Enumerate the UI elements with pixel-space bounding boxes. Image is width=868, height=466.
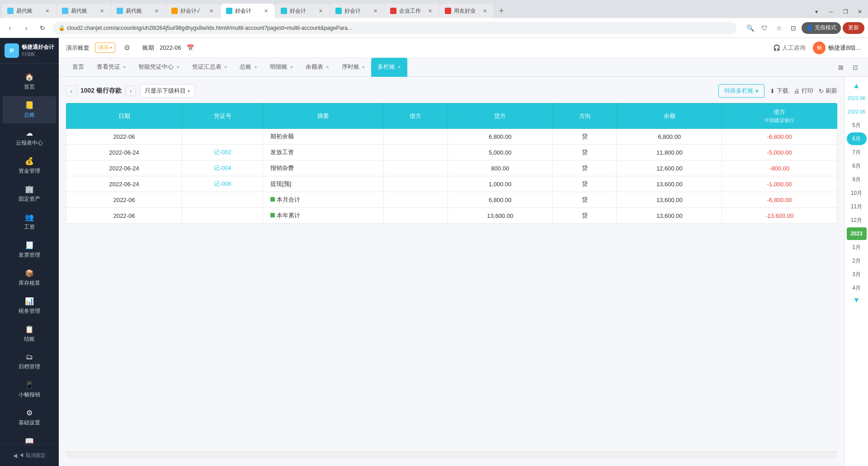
sidebar-item-fund[interactable]: 💰 资金管理 <box>3 152 56 179</box>
month-item-feb[interactable]: 2月 <box>847 254 867 267</box>
tab-haokuaiji-6[interactable]: 好会计 ✕ <box>275 4 330 18</box>
no-trace-button[interactable]: 👤 无痕模式 <box>802 22 841 34</box>
sidebar-item-tax[interactable]: 📊 税务管理 <box>3 292 56 320</box>
tab-voucher-summary-close[interactable]: × <box>224 64 227 70</box>
voucher-link[interactable]: 记-006 <box>214 180 231 187</box>
demo-tag[interactable]: 演示 ▾ <box>95 42 115 53</box>
tab-haokuaiji-check[interactable]: 好会计√ ✕ <box>166 4 220 18</box>
reload-button[interactable]: ↻ <box>36 22 49 34</box>
settings-gear-button[interactable]: ⚙ <box>121 42 133 54</box>
tab-close-8[interactable]: ✕ <box>426 7 434 14</box>
sidebar-item-home[interactable]: 🏠 首页 <box>3 68 56 95</box>
tab-yidaizhang-2[interactable]: 易代账 ✕ <box>57 4 111 18</box>
month-item-sep[interactable]: 9月 <box>847 173 867 186</box>
voucher-link[interactable]: 记-004 <box>214 165 231 171</box>
sidebar-item-invoice[interactable]: 🧾 发票管理 <box>3 236 56 264</box>
cell-date: 2022-06-24 <box>66 160 182 176</box>
tab-smart-voucher-close[interactable]: × <box>176 64 179 70</box>
sidebar-item-salary[interactable]: 👥 工资 <box>3 208 56 235</box>
new-tab-button[interactable]: + <box>494 4 509 18</box>
tab-voucher-summary-label: 凭证汇总表 <box>192 63 222 71</box>
sidebar-item-ledger[interactable]: 📒 总账 <box>3 96 56 123</box>
tab-close-6[interactable]: ✕ <box>317 7 324 14</box>
tab-multi-column[interactable]: 多栏账 × <box>371 58 407 77</box>
month-item-dec[interactable]: 12月 <box>847 214 867 226</box>
sidebar-item-inventory[interactable]: 📦 库存核算 <box>3 264 56 292</box>
horizontal-scrollbar[interactable] <box>66 452 837 459</box>
update-button[interactable]: 更新 <box>843 22 864 34</box>
tab-smart-voucher[interactable]: 智能凭证中心 × <box>132 58 185 77</box>
tab-general-ledger[interactable]: 总账 × <box>233 58 263 77</box>
tab-detail-ledger[interactable]: 明细账 × <box>264 58 299 77</box>
minimize-button[interactable]: ─ <box>825 5 837 18</box>
tab-balance[interactable]: 余额表 × <box>299 58 335 77</box>
tab-home[interactable]: 首页 <box>66 58 90 77</box>
special-multi-button[interactable]: 特殊多栏账 ▾ <box>718 84 764 98</box>
collapse-icon[interactable]: ⊠ <box>835 62 846 73</box>
shield-icon[interactable]: 🛡 <box>758 22 771 34</box>
tab-detail-ledger-close[interactable]: × <box>290 64 293 70</box>
tab-view-voucher[interactable]: 查看凭证 × <box>90 58 132 77</box>
calendar-icon[interactable]: 📅 <box>187 44 194 51</box>
tab-close-9[interactable]: ✕ <box>481 7 488 14</box>
tab-multi-column-close[interactable]: × <box>398 64 401 70</box>
sidebar-item-fixed-asset[interactable]: 🏢 固定资产 <box>3 180 56 207</box>
sidebar-item-close[interactable]: 📋 结账 <box>3 320 56 348</box>
tab-voucher-summary[interactable]: 凭证汇总表 × <box>186 58 233 77</box>
account-prev-button[interactable]: ‹ <box>66 85 77 96</box>
month-item-jul[interactable]: 7月 <box>847 146 867 159</box>
sub-filter-dropdown[interactable]: 只显示下级科目 ▾ <box>140 84 195 98</box>
month-nav-up[interactable]: ▲ <box>851 80 862 91</box>
voucher-link[interactable]: 记-002 <box>214 149 231 155</box>
tab-chrono-ledger[interactable]: 序时账 × <box>335 58 371 77</box>
tab-close-3[interactable]: ✕ <box>153 7 160 14</box>
close-window-button[interactable]: ✕ <box>854 5 866 18</box>
tab-close-5[interactable]: ✕ <box>262 7 269 14</box>
sidebar-pin-button[interactable]: ◀ ◀ 取消固定 <box>0 448 59 462</box>
tab-enterprise[interactable]: 企业工作 ✕ <box>385 4 439 18</box>
month-item-nov[interactable]: 11月 <box>847 200 867 213</box>
consult-button[interactable]: 🎧 人工咨询 <box>773 44 806 52</box>
month-item-jun[interactable]: 6月 <box>847 132 867 145</box>
tab-balance-close[interactable]: × <box>326 64 329 70</box>
download-button[interactable]: ⬇ 下载 <box>770 87 788 95</box>
tab-haokuaiji-7[interactable]: 好会计 ✕ <box>330 4 384 18</box>
user-profile[interactable]: 畅 畅捷通B组... <box>813 42 861 54</box>
account-next-button[interactable]: › <box>125 85 136 96</box>
tab-yidaizhang-3[interactable]: 易代账 ✕ <box>111 4 165 18</box>
sidebar-item-cloud-report[interactable]: ☁ 云报表中心 <box>3 124 56 151</box>
tab-haokuaiji-active[interactable]: 好会计 ✕ <box>221 4 275 18</box>
url-input[interactable]: 🔒 cloud2.chanjet.com/accounting/uh26t264… <box>52 22 736 34</box>
tab-list-button[interactable]: ▾ <box>810 5 823 18</box>
tab-chrono-ledger-close[interactable]: × <box>362 64 365 70</box>
tab-general-ledger-close[interactable]: × <box>254 64 257 70</box>
tab-close-7[interactable]: ✕ <box>372 7 379 14</box>
month-nav-down[interactable]: ▼ <box>851 295 862 306</box>
tab-close-2[interactable]: ✕ <box>98 7 105 14</box>
restore-button[interactable]: ❐ <box>839 5 852 18</box>
sidebar-item-guide[interactable]: 📖 新手引导 <box>3 432 56 444</box>
star-icon[interactable]: ☆ <box>773 22 785 34</box>
month-item-aug[interactable]: 8月 <box>847 160 867 172</box>
search-icon[interactable]: 🔍 <box>744 22 756 34</box>
tab-yidaizhang-1[interactable]: 易代账 ✕ <box>2 4 56 18</box>
sidebar-item-archive[interactable]: 🗂 归档管理 <box>3 348 56 375</box>
tab-close-1[interactable]: ✕ <box>43 7 51 14</box>
month-item-oct[interactable]: 10月 <box>847 187 867 199</box>
forward-button[interactable]: › <box>20 22 33 34</box>
tab-yonyou[interactable]: 用友好业 ✕ <box>439 4 494 18</box>
print-button[interactable]: 🖨 打印 <box>794 87 813 95</box>
month-item-apr[interactable]: 4月 <box>847 282 867 294</box>
expand-icon[interactable]: ⊡ <box>850 62 861 73</box>
sidebar-toggle[interactable]: ⊡ <box>787 22 800 34</box>
month-item-may[interactable]: 5月 <box>847 119 867 132</box>
back-button[interactable]: ‹ <box>4 22 16 34</box>
cell-direction: 贷 <box>552 192 617 208</box>
refresh-button[interactable]: ↻ 刷新 <box>819 87 837 95</box>
sidebar-item-expense[interactable]: 📱 小畅报销 <box>3 376 56 403</box>
month-item-jan[interactable]: 1月 <box>847 241 867 254</box>
sidebar-item-settings[interactable]: ⚙ 基础设置 <box>3 404 56 431</box>
month-item-mar[interactable]: 3月 <box>847 268 867 281</box>
tab-close-4[interactable]: ✕ <box>208 7 215 14</box>
tab-view-voucher-close[interactable]: × <box>123 64 126 70</box>
